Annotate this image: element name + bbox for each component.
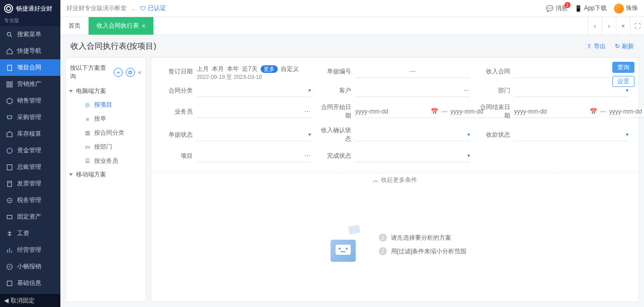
chat-icon: 💬 <box>546 5 553 12</box>
avatar <box>614 4 624 14</box>
end-date-from[interactable]: 📅 <box>514 105 597 118</box>
label-dept: 部门 <box>479 86 510 95</box>
more-icon: ⋯ <box>463 87 470 94</box>
scheme-title: 按以下方案查询 <box>70 64 111 81</box>
tab-next-button[interactable]: › <box>602 17 616 35</box>
menu-marketing[interactable]: 营销推广 <box>0 76 60 92</box>
filter-grid: 签订日期 上月 本月 本年 近7天 更多 自定义 <box>151 58 638 172</box>
menu-ledger[interactable]: 总账管理 <box>0 159 60 175</box>
tab-close-all-button[interactable]: × <box>616 17 630 35</box>
page-header: 收入合同执行表(按项目) ⇪导出 ↻刷新 <box>60 35 644 57</box>
more-icon: ⋯ <box>304 108 311 115</box>
start-date-from-input[interactable] <box>355 108 431 115</box>
end-date-from-input[interactable] <box>514 108 590 115</box>
label-category: 合同分类 <box>162 86 193 95</box>
verified-badge: 🛡 已认证 <box>140 4 166 13</box>
scheme-item-order[interactable]: ≡按单 <box>68 112 143 126</box>
user-menu[interactable]: 珠珠 <box>614 4 638 14</box>
menu-sales[interactable]: 销售管理 <box>0 92 60 109</box>
dept-select[interactable]: ▾ <box>514 84 628 97</box>
date-this-year[interactable]: 本年 <box>227 65 239 73</box>
label-customer: 客户 <box>320 86 351 95</box>
export-icon: ⇪ <box>587 43 592 50</box>
messages-button[interactable]: 💬 消息 1 <box>546 4 568 13</box>
svg-rect-8 <box>7 164 12 170</box>
category-select[interactable]: ▾ <box>197 84 311 97</box>
sidebar-pin-toggle[interactable]: ◀ 取消固定 <box>0 294 60 307</box>
start-date-from[interactable]: 📅 <box>355 105 438 118</box>
category-icon: ▥ <box>84 130 91 137</box>
menu-quicknav[interactable]: 快捷导航 <box>0 43 60 59</box>
fullscreen-button[interactable]: ⛶ <box>630 17 644 35</box>
collect-status-select[interactable]: ▾ <box>514 128 628 141</box>
project-select[interactable]: ⋯ <box>197 149 311 162</box>
complete-status-select[interactable]: ▾ <box>355 149 469 162</box>
menu-business[interactable]: 经营管理 <box>0 242 60 258</box>
caret-down-icon <box>69 90 73 92</box>
tab-prev-button[interactable]: ‹ <box>588 17 602 35</box>
menu-funds[interactable]: 资金管理 <box>0 142 60 159</box>
date-last-7[interactable]: 近7天 <box>242 65 258 73</box>
tab-home[interactable]: 首页 <box>60 17 89 35</box>
cart-icon <box>6 114 13 121</box>
date-last-month[interactable]: 上月 <box>197 65 209 73</box>
end-date-to[interactable]: 📅 <box>609 105 644 118</box>
contract-select[interactable]: ⋯ <box>514 65 628 78</box>
label-start-date: 合同开始日期 <box>320 103 351 120</box>
export-button[interactable]: ⇪导出 <box>587 42 606 51</box>
end-date-to-input[interactable] <box>609 108 644 115</box>
calendar-icon: 📅 <box>590 108 597 115</box>
svg-rect-18 <box>7 281 12 285</box>
menu-salary[interactable]: 工资 <box>0 225 60 242</box>
date-more[interactable]: 更多 <box>261 65 278 73</box>
shield-icon: 🛡 <box>140 5 146 12</box>
doc-no-input[interactable]: — <box>355 65 469 78</box>
book-icon <box>6 164 13 171</box>
menu-basic[interactable]: 基础信息 <box>0 275 60 291</box>
menu-purchase[interactable]: 采购管理 <box>0 109 60 126</box>
app-download-button[interactable]: 📱 App下载 <box>575 4 607 13</box>
menu-invoice[interactable]: 发票管理 <box>0 175 60 192</box>
expense-icon <box>6 263 13 270</box>
more-icon: ⋯ <box>304 152 311 159</box>
scheme-settings-button[interactable]: ⚙ <box>126 68 135 77</box>
menu-search[interactable]: 搜索菜单 <box>0 26 60 43</box>
date-custom[interactable]: 自定义 <box>281 65 299 73</box>
empty-state: 1请先选择要分析的方案 2用[过滤]条件来缩小分析范围 <box>151 187 638 301</box>
scheme-item-salesman[interactable]: ☰按业务员 <box>68 154 143 168</box>
scheme-add-button[interactable]: + <box>114 68 123 77</box>
customer-select[interactable]: ⋯ <box>355 84 469 97</box>
svg-rect-13 <box>7 215 12 219</box>
scheme-group-desktop[interactable]: 电脑端方案 <box>66 85 145 97</box>
tab-close-icon[interactable]: × <box>142 23 145 30</box>
warehouse-icon <box>6 131 13 138</box>
salary-icon <box>6 230 13 237</box>
empty-step-1: 1请先选择要分析的方案 <box>379 234 467 242</box>
scheme-item-project[interactable]: ◎按项目 <box>68 98 143 112</box>
logo-mark-icon <box>4 4 13 13</box>
svg-rect-4 <box>10 81 12 83</box>
scheme-group-mobile[interactable]: 移动端方案 <box>66 168 145 181</box>
main: 好业财专业版演示帐套 ⌄ 🛡 已认证 💬 消息 1 📱 App下载 <box>60 0 644 307</box>
page-title: 收入合同执行表(按项目) <box>70 41 156 52</box>
env-selector[interactable]: 好业财专业版演示帐套 ⌄ 🛡 已认证 <box>66 4 540 13</box>
salesman-select[interactable]: ⋯ <box>197 105 311 118</box>
doc-status-select[interactable]: ▾ <box>197 128 311 141</box>
tab-current[interactable]: 收入合同执行表 × <box>89 17 153 35</box>
menu-project-contract[interactable]: 项目合同 <box>0 59 60 76</box>
menu-assets[interactable]: 固定资产 <box>0 209 60 225</box>
menu-inventory[interactable]: 库存核算 <box>0 126 60 142</box>
collapse-filters-button[interactable]: ︽ 收起更多条件 <box>151 172 638 187</box>
scheme-item-dept[interactable]: ▭按部门 <box>68 140 143 154</box>
refresh-button[interactable]: ↻刷新 <box>615 42 634 51</box>
brand-name: 畅捷通好业财 <box>16 5 52 13</box>
date-this-month[interactable]: 本月 <box>212 65 224 73</box>
scheme-item-category[interactable]: ▥按合同分类 <box>68 126 143 140</box>
menu-tax[interactable]: 税务管理 <box>0 192 60 209</box>
document-icon <box>6 64 13 71</box>
scheme-collapse-button[interactable]: « <box>138 69 141 76</box>
target-icon: ◎ <box>84 101 91 109</box>
chevron-down-icon: ▾ <box>308 87 311 93</box>
menu-expense[interactable]: 小畅报销 <box>0 258 60 275</box>
income-confirm-select[interactable]: ▾ <box>355 128 469 141</box>
